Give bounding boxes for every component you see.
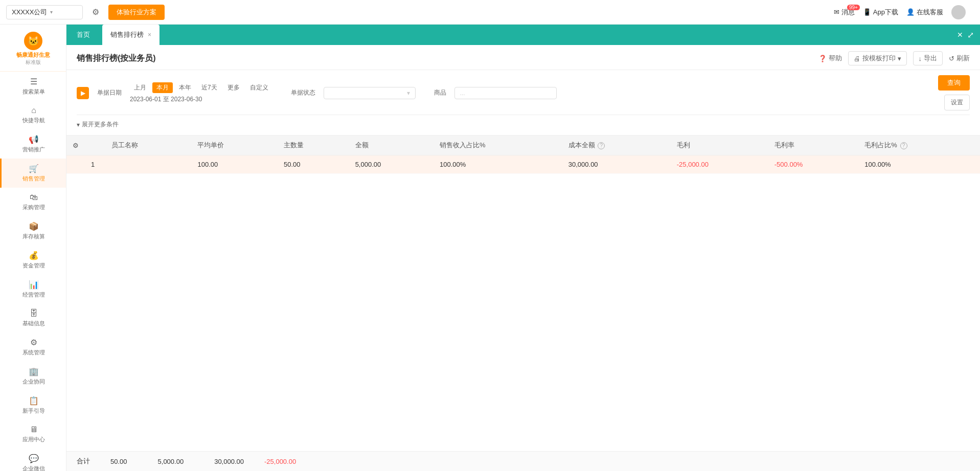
sidebar-item-guide[interactable]: 📋 新手引导 — [0, 391, 66, 420]
gear-icon: ⚙ — [92, 7, 99, 17]
cell-profit-rate: -500.00% — [768, 155, 859, 174]
status-select[interactable]: ▾ — [324, 87, 416, 99]
sidebar-item-inventory[interactable]: 📦 库存核算 — [0, 216, 66, 245]
chevron-down-icon: ▾ — [50, 9, 53, 15]
col-name: 员工名称 — [105, 136, 191, 155]
tab-home[interactable]: 首页 — [66, 25, 100, 45]
sidebar-item-purchase[interactable]: 🛍 采购管理 — [0, 188, 66, 216]
date-opt-this-month[interactable]: 本月 — [152, 82, 173, 93]
date-opt-this-year[interactable]: 本年 — [175, 82, 195, 93]
export-button[interactable]: ↓ 导出 — [913, 51, 943, 65]
print-icon: 🖨 — [854, 55, 860, 62]
cell-profit: -25,000.00 — [671, 155, 768, 174]
app-download-label: App下载 — [873, 8, 898, 17]
search-icon: ☰ — [30, 77, 37, 86]
cell-rank: 1 — [85, 155, 105, 174]
col-sales-pct: 销售收入占比% — [434, 136, 562, 155]
col-profit: 毛利 — [671, 136, 768, 155]
refresh-button[interactable]: ↺ 刷新 — [949, 54, 970, 63]
filter-area: ▶ 单据日期 上月 本月 本年 近7天 更多 自定义 — [66, 70, 980, 136]
filter-toggle-btn[interactable]: ▶ — [77, 87, 89, 99]
sidebar-item-enterprise-label: 企业协同 — [22, 378, 45, 386]
basics-icon: 🗄 — [30, 309, 38, 318]
col-avg-price: 平均单价 — [191, 136, 277, 155]
sidebar-item-search[interactable]: ☰ 搜索菜单 — [0, 72, 66, 101]
sidebar-item-guide-label: 新手引导 — [22, 407, 45, 415]
sidebar-item-basics[interactable]: 🗄 基础信息 — [0, 304, 66, 332]
date-opt-more[interactable]: 更多 — [223, 82, 244, 93]
sidebar-item-funds-label: 资金管理 — [22, 262, 45, 270]
sidebar-item-sales-label: 销售管理 — [22, 175, 45, 183]
cell-total: 5,000.00 — [349, 155, 434, 174]
footer-row: 合计 50.00 5,000.00 30,000.00 -25,000.00 — [66, 451, 980, 471]
sidebar-item-wechat-label: 企业微信 — [22, 465, 45, 471]
cell-sales-pct: 100.00% — [434, 155, 562, 174]
sales-ranking-table: ⚙ 员工名称 平均单价 主数量 全额 销售收入占比% 成本全额 ? — [66, 136, 980, 174]
settings-icon-btn[interactable]: ⚙ — [88, 5, 103, 20]
date-opt-last-month[interactable]: 上月 — [130, 82, 150, 93]
tab-bar: 首页 销售排行榜 × ✕ ⤢ — [66, 25, 980, 45]
status-chevron-icon: ▾ — [407, 89, 410, 97]
sidebar-item-apps-label: 应用中心 — [22, 436, 45, 443]
purchase-icon: 🛍 — [30, 193, 38, 202]
company-name: XXXXX公司 — [12, 8, 47, 17]
sidebar-item-sales[interactable]: 🛒 销售管理 — [0, 159, 66, 188]
col-main-qty: 主数量 — [278, 136, 349, 155]
expand-conditions-button[interactable]: ▾ 展开更多条件 — [77, 117, 970, 130]
date-options: 上月 本月 本年 近7天 更多 自定义 — [130, 82, 272, 93]
sidebar-item-quick-nav[interactable]: ⌂ 快捷导航 — [0, 101, 66, 129]
profit-pct-info-icon[interactable]: ? — [900, 142, 907, 149]
sidebar-item-funds[interactable]: 💰 资金管理 — [0, 245, 66, 275]
date-opt-custom[interactable]: 自定义 — [246, 82, 272, 93]
message-icon: ✉ — [834, 8, 839, 16]
window-expand-icon[interactable]: ⤢ — [967, 30, 974, 40]
company-selector[interactable]: XXXXX公司 ▾ — [6, 5, 83, 19]
sidebar-item-marketing[interactable]: 📢 营销推广 — [0, 129, 66, 159]
cost-info-icon[interactable]: ? — [598, 142, 605, 149]
sidebar-item-purchase-label: 采购管理 — [22, 204, 45, 211]
online-service-button[interactable]: 👤 在线客服 — [906, 8, 943, 17]
sidebar-item-enterprise[interactable]: 🏢 企业协同 — [0, 362, 66, 391]
column-settings-button[interactable]: 设置 — [944, 95, 970, 110]
print-button[interactable]: 🖨 按模板打印 ▾ — [848, 51, 907, 65]
page-header: 销售排行榜(按业务员) ❓ 帮助 🖨 按模板打印 ▾ ↓ — [66, 45, 980, 70]
avatar[interactable] — [951, 5, 966, 19]
expand-label: 展开更多条件 — [82, 120, 119, 129]
col-total: 全额 — [349, 136, 434, 155]
date-opt-7days[interactable]: 近7天 — [197, 82, 221, 93]
cell-cost: 30,000.00 — [562, 155, 671, 174]
trial-button[interactable]: 体验行业方案 — [108, 5, 165, 20]
sales-icon: 🛒 — [29, 164, 39, 173]
col-settings[interactable]: ⚙ — [66, 136, 85, 155]
sidebar-item-operations-label: 经营管理 — [22, 291, 45, 299]
print-label: 按模板打印 — [862, 54, 896, 63]
sidebar-item-marketing-label: 营销推广 — [22, 146, 45, 153]
tab-close-icon[interactable]: × — [148, 31, 151, 38]
brand-icon: 🐱 — [28, 35, 39, 47]
sidebar-item-operations[interactable]: 📊 经营管理 — [0, 275, 66, 304]
goods-placeholder: ... — [460, 89, 465, 97]
sidebar-item-system[interactable]: ⚙ 系统管理 — [0, 332, 66, 362]
tab-sales-ranking[interactable]: 销售排行榜 × — [102, 25, 159, 45]
help-button[interactable]: ❓ 帮助 — [818, 54, 842, 63]
sidebar-item-apps[interactable]: 🖥 应用中心 — [0, 420, 66, 448]
goods-label: 商品 — [434, 88, 446, 97]
phone-icon: 📱 — [863, 8, 871, 16]
enterprise-icon: 🏢 — [29, 367, 39, 376]
help-label: 帮助 — [829, 54, 842, 63]
tab-active-label: 销售排行榜 — [110, 30, 144, 39]
col-profit-pct: 毛利占比% ? — [858, 136, 980, 155]
message-button[interactable]: ✉ 消息 99+ — [834, 8, 855, 17]
export-icon: ↓ — [919, 55, 922, 62]
sidebar-item-search-label: 搜索菜单 — [22, 88, 45, 96]
service-icon: 👤 — [906, 8, 915, 16]
window-close-icon[interactable]: ✕ — [957, 31, 963, 39]
home-icon: ⌂ — [31, 106, 36, 115]
brand-logo: 🐱 — [24, 32, 42, 50]
expand-icon: ▾ — [77, 121, 80, 128]
query-button[interactable]: 查询 — [938, 75, 970, 91]
app-download-button[interactable]: 📱 App下载 — [863, 8, 898, 17]
goods-input[interactable]: ... — [454, 87, 557, 99]
print-chevron-icon: ▾ — [898, 55, 901, 62]
sidebar-item-wechat[interactable]: 💬 企业微信 — [0, 448, 66, 471]
